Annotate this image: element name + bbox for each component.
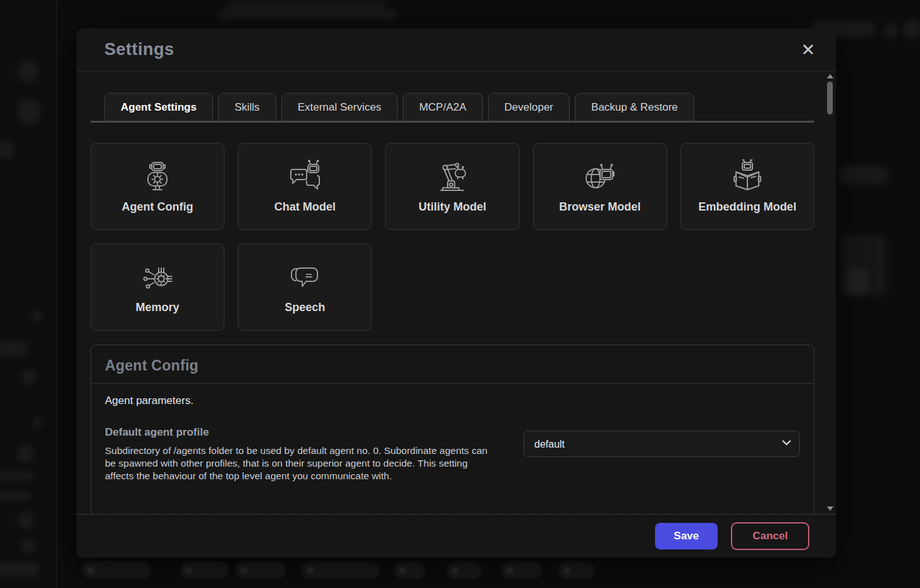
- card-chat-model[interactable]: Chat Model: [238, 143, 372, 230]
- circuit-gear-icon: [139, 260, 176, 295]
- settings-modal: Settings ✕ Agent Settings Skills Externa…: [77, 28, 836, 558]
- robot-monitor-gear-icon: [139, 159, 176, 195]
- background-pill: [501, 561, 542, 579]
- default-agent-profile-select[interactable]: default: [524, 431, 800, 457]
- chat-bubbles-robot-icon: [286, 159, 323, 195]
- background-pill: [394, 561, 425, 579]
- scroll-up-icon[interactable]: [827, 74, 833, 78]
- card-speech[interactable]: Speech: [238, 243, 372, 331]
- save-button[interactable]: Save: [655, 523, 718, 549]
- modal-title: Settings: [104, 40, 175, 59]
- card-label: Utility Model: [419, 200, 486, 214]
- background-blob: [903, 20, 920, 40]
- card-label: Memory: [136, 301, 180, 314]
- modal-scrollbar[interactable]: [826, 73, 835, 512]
- background-pill: [180, 561, 229, 579]
- background-blob: [847, 268, 868, 293]
- background-blob: [226, 1, 386, 9]
- field-description: Subdirectory of /agents folder to be use…: [105, 444, 498, 482]
- card-label: Agent Config: [122, 200, 193, 214]
- modal-body: Agent Settings Skills External Services …: [77, 71, 836, 514]
- scrollbar-thumb[interactable]: [827, 82, 833, 114]
- field-label: Default agent profile: [105, 426, 498, 439]
- background-pill: [302, 561, 379, 579]
- card-browser-model[interactable]: Browser Model: [533, 143, 667, 230]
- background-blob: [18, 512, 34, 529]
- agent-config-section: Agent Config Agent parameters. Default a…: [90, 345, 814, 514]
- tab-agent-settings[interactable]: Agent Settings: [104, 93, 213, 121]
- globe-robot-icon: [582, 159, 618, 195]
- robot-arm-icon: [434, 159, 470, 195]
- card-utility-model[interactable]: Utility Model: [385, 143, 519, 230]
- cancel-button[interactable]: Cancel: [731, 522, 809, 550]
- tab-skills[interactable]: Skills: [218, 93, 276, 121]
- scroll-down-icon[interactable]: [827, 506, 833, 511]
- robot-reading-book-icon: [729, 159, 766, 195]
- background-pill: [235, 561, 286, 579]
- background-blob: [21, 539, 35, 553]
- background-pill: [446, 561, 482, 579]
- background-blob: [0, 472, 35, 479]
- tabs-underline: [90, 121, 814, 123]
- card-embedding-model[interactable]: Embedding Model: [680, 143, 814, 230]
- background-blob: [884, 24, 898, 38]
- background-sidebar: [0, 0, 57, 588]
- field-default-agent-profile: Default agent profile Subdirectory of /a…: [105, 426, 800, 482]
- background-blob: [0, 563, 39, 577]
- tab-mcp-a2a[interactable]: MCP/A2A: [403, 93, 483, 121]
- background-blob: [0, 341, 28, 355]
- section-divider: [91, 383, 814, 384]
- background-blob: [0, 492, 32, 499]
- background-blob: [32, 310, 43, 321]
- tab-backup-restore[interactable]: Backup & Restore: [575, 93, 694, 121]
- card-agent-config[interactable]: Agent Config: [90, 143, 224, 230]
- background-blob: [16, 99, 42, 124]
- speech-bubble-icon: [286, 260, 323, 295]
- background-blob: [0, 140, 15, 159]
- modal-footer: Save Cancel: [77, 514, 836, 558]
- background-blob: [33, 417, 43, 427]
- background-blob: [21, 369, 37, 384]
- card-label: Speech: [285, 301, 325, 314]
- background-blob: [18, 61, 39, 82]
- modal-header: Settings ✕: [77, 28, 836, 71]
- tab-developer[interactable]: Developer: [488, 93, 570, 121]
- section-subtitle: Agent parameters.: [105, 395, 800, 407]
- card-label: Embedding Model: [698, 200, 796, 214]
- settings-tabs: Agent Settings Skills External Services …: [90, 93, 814, 121]
- background-blob: [16, 445, 34, 463]
- settings-cards: Agent Config Chat Mo: [90, 143, 814, 331]
- tab-external-services[interactable]: External Services: [281, 93, 398, 121]
- card-label: Browser Model: [559, 200, 641, 214]
- background-blob: [837, 166, 889, 185]
- card-label: Chat Model: [274, 200, 336, 214]
- background-pill: [558, 561, 594, 579]
- section-title: Agent Config: [105, 345, 800, 383]
- card-memory[interactable]: Memory: [90, 243, 224, 331]
- close-icon[interactable]: ✕: [798, 40, 818, 60]
- background-pill: [82, 561, 150, 579]
- background-blob: [218, 9, 396, 19]
